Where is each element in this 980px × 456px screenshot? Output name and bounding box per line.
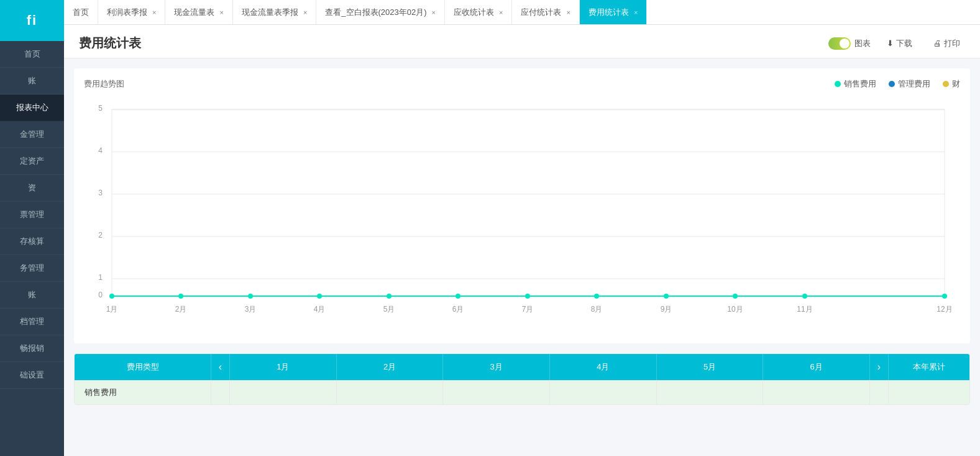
legend-finance: 财: [943, 78, 960, 90]
legend-sales: 销售费用: [835, 78, 876, 90]
tab-payable[interactable]: 应付统计表 ×: [512, 0, 579, 24]
sidebar-item-invoice[interactable]: 票管理: [0, 202, 64, 228]
page-title: 费用统计表: [79, 35, 141, 52]
sidebar-item-inventory[interactable]: 存核算: [0, 228, 64, 255]
print-button[interactable]: 🖨 打印: [928, 35, 965, 52]
download-icon: ⬇: [887, 39, 894, 48]
td-m1: [230, 381, 337, 404]
chart-toggle-wrap: 图表: [828, 37, 871, 50]
sidebar-item-home[interactable]: 首页: [0, 41, 64, 68]
legend-dot-finance: [943, 81, 949, 87]
sidebar-item-settings[interactable]: 础设置: [0, 362, 64, 389]
chart-toggle[interactable]: [828, 37, 851, 50]
table-row: 销售费用: [75, 380, 969, 404]
svg-text:12月: 12月: [936, 305, 952, 314]
expense-table: 费用类型 ‹ 1月 2月 3月 4月 5月 6月: [74, 353, 970, 405]
svg-text:5: 5: [98, 104, 103, 113]
header-actions: 图表 ⬇ 下载 🖨 打印: [828, 35, 965, 52]
page-header: 费用统计表 图表 ⬇ 下载 🖨 打印: [64, 25, 980, 58]
legend-label-admin: 管理费用: [898, 78, 930, 90]
sidebar-item-assets[interactable]: 定资产: [0, 148, 64, 175]
td-ytd: [889, 381, 969, 404]
svg-point-16: [317, 294, 322, 299]
svg-text:3: 3: [98, 188, 103, 197]
svg-text:7月: 7月: [522, 305, 534, 314]
chart-legend: 销售费用 管理费用 财: [835, 78, 960, 90]
chart-canvas: 5 4 3 2 1 0: [84, 97, 960, 333]
svg-text:1: 1: [98, 273, 103, 282]
svg-text:2: 2: [98, 231, 103, 240]
tab-close-expense[interactable]: ×: [634, 9, 638, 16]
sidebar-item-reimbursement[interactable]: 畅报销: [0, 335, 64, 362]
tab-expense[interactable]: 费用统计表 ×: [580, 0, 647, 24]
download-button[interactable]: ⬇ 下载: [882, 35, 917, 52]
svg-point-18: [456, 294, 460, 299]
th-prev-arrow[interactable]: ‹: [211, 354, 230, 380]
chart-title: 费用趋势图: [84, 78, 124, 90]
tab-close-profit-quarterly[interactable]: ×: [152, 9, 156, 16]
tab-close-cashflow-quarterly[interactable]: ×: [303, 9, 307, 16]
legend-dot-sales: [835, 81, 841, 87]
svg-point-14: [178, 294, 183, 299]
sidebar-item-ledger[interactable]: 账: [0, 68, 64, 95]
sidebar-item-archive[interactable]: 档管理: [0, 309, 64, 335]
sidebar-item-service[interactable]: 务管理: [0, 255, 64, 282]
tab-receivable[interactable]: 应收统计表 ×: [445, 0, 512, 24]
th-type: 费用类型: [75, 354, 211, 380]
th-month2: 2月: [337, 354, 444, 380]
svg-text:3月: 3月: [245, 305, 257, 314]
sidebar-item-salary[interactable]: 资: [0, 175, 64, 202]
sidebar-item-cash[interactable]: 金管理: [0, 121, 64, 148]
svg-text:11月: 11月: [797, 305, 812, 314]
svg-text:4: 4: [98, 146, 103, 155]
td-m2: [337, 381, 444, 404]
td-m3: [443, 381, 550, 404]
tab-bar: 首页 利润表季报 × 现金流量表 × 现金流量表季报 × 查看_空白报表(202…: [64, 0, 980, 25]
legend-dot-admin: [889, 81, 895, 87]
th-next-arrow[interactable]: ›: [870, 354, 889, 380]
svg-text:5月: 5月: [383, 305, 395, 314]
svg-point-13: [109, 294, 114, 299]
svg-point-15: [248, 294, 253, 299]
legend-label-finance: 财: [952, 78, 960, 90]
th-month1: 1月: [230, 354, 337, 380]
th-month5: 5月: [657, 354, 764, 380]
app-logo: fi: [0, 0, 64, 41]
svg-text:10月: 10月: [727, 305, 743, 314]
legend-admin: 管理费用: [889, 78, 930, 90]
sidebar: fi 首页 账 报表中心 金管理 定资产 资 票管理 存核算 务管理 账 档管理…: [0, 0, 64, 456]
td-type: 销售费用: [75, 381, 211, 404]
td-m5: [657, 381, 764, 404]
sidebar-item-account[interactable]: 账: [0, 282, 64, 309]
svg-point-23: [802, 294, 807, 299]
svg-rect-12: [112, 109, 945, 296]
svg-point-20: [594, 294, 599, 299]
svg-text:8月: 8月: [591, 305, 603, 314]
tab-close-receivable[interactable]: ×: [499, 9, 503, 16]
chart-section: 费用趋势图 销售费用 管理费用 财: [74, 68, 970, 343]
tab-home[interactable]: 首页: [64, 0, 98, 24]
tab-cashflow-quarterly[interactable]: 现金流量表季报 ×: [233, 0, 316, 24]
th-month4: 4月: [550, 354, 657, 380]
table-header-row: 费用类型 ‹ 1月 2月 3月 4月 5月 6月: [75, 354, 969, 380]
chart-toggle-label: 图表: [854, 38, 871, 49]
tab-blank-report[interactable]: 查看_空白报表(2023年02月) ×: [316, 0, 445, 24]
content-area: 费用统计表 图表 ⬇ 下载 🖨 打印 费用趋势图: [64, 25, 980, 456]
svg-point-17: [387, 294, 392, 299]
chart-header: 费用趋势图 销售费用 管理费用 财: [84, 78, 960, 90]
tab-close-payable[interactable]: ×: [566, 9, 570, 16]
th-ytd: 本年累计: [889, 354, 969, 380]
td-nav: [211, 381, 230, 404]
print-icon: 🖨: [933, 39, 941, 48]
td-m6: [763, 381, 870, 404]
td-m4: [550, 381, 657, 404]
tab-cashflow[interactable]: 现金流量表 ×: [165, 0, 232, 24]
tab-close-blank-report[interactable]: ×: [432, 9, 436, 16]
tab-close-cashflow[interactable]: ×: [219, 9, 223, 16]
tab-profit-quarterly[interactable]: 利润表季报 ×: [98, 0, 165, 24]
svg-text:9月: 9月: [661, 305, 672, 314]
svg-text:0: 0: [98, 291, 103, 299]
th-month6: 6月: [763, 354, 870, 380]
sidebar-item-reports[interactable]: 报表中心: [0, 95, 64, 121]
svg-point-22: [733, 294, 738, 299]
